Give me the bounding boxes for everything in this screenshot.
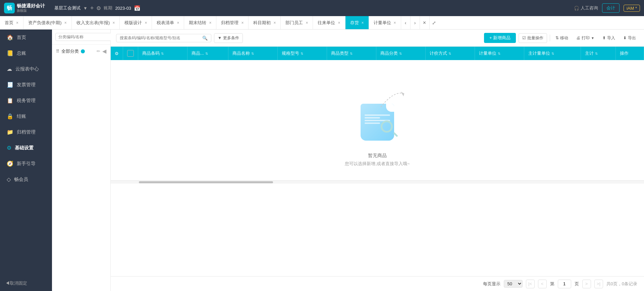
sort-price-icon[interactable]: ⇅ <box>448 52 451 55</box>
page-number-input[interactable] <box>558 280 571 288</box>
th-spec[interactable]: 规格型号 ⇅ <box>278 47 327 60</box>
tab-subject-close[interactable]: × <box>273 20 276 25</box>
scroll-thumb[interactable] <box>139 181 273 183</box>
table-header-row: ⚙ 商品条码 ⇅ <box>111 47 644 60</box>
sidebar-item-guide[interactable]: 🧭 新手引导 <box>0 156 52 172</box>
sidebar-item-checkout[interactable]: 🔒 结账 <box>0 108 52 124</box>
sort-unit-icon[interactable]: ⇅ <box>498 52 500 55</box>
tab-unit[interactable]: 计量单位 × <box>369 16 401 30</box>
more-filter-btn[interactable]: ▼ 更多条件 <box>214 33 243 43</box>
th-main-unit[interactable]: 主计量单位 ⇅ <box>524 47 581 60</box>
tab-contacts-close[interactable]: × <box>338 20 340 25</box>
import-btn[interactable]: ⬆ 导入 <box>600 34 618 43</box>
tab-period-close-x[interactable]: × <box>209 20 211 25</box>
th-main-count[interactable]: 主计 ⇅ <box>581 47 615 60</box>
tab-income[interactable]: 收入支出表(年报) × <box>72 16 120 30</box>
per-page-select[interactable]: 50 100 200 <box>504 280 523 288</box>
human-consult-btn[interactable]: 🎧 人工咨询 <box>574 5 598 11</box>
print-btn[interactable]: 🖨 打印 ▼ <box>574 34 597 43</box>
th-checkbox[interactable] <box>123 47 138 60</box>
main-layout: 🏠 首页 📒 总账 ☁ 云报表中心 🧾 发票管理 📋 税务管理 🔒 结账 📁 归… <box>0 30 644 291</box>
tab-dept-close[interactable]: × <box>306 20 308 25</box>
th-type[interactable]: 商品类型 ⇅ <box>327 47 376 60</box>
th-name[interactable]: 商品名称 ⇅ <box>228 47 278 60</box>
tab-expand-btn[interactable]: ⤢ <box>429 16 439 30</box>
th-price-method-label: 计价方式 <box>430 50 447 56</box>
tab-contacts[interactable]: 往来单位 × <box>313 16 345 30</box>
tab-income-close[interactable]: × <box>112 20 115 25</box>
th-code[interactable]: 商品... ⇅ <box>187 47 228 60</box>
table-horizontal-scrollbar[interactable] <box>111 180 644 184</box>
sort-category-icon[interactable]: ⇅ <box>399 52 402 55</box>
sidebar-item-home[interactable]: 🏠 首页 <box>0 30 52 45</box>
sidebar-item-settings[interactable]: ⚙ 基础设置 <box>0 140 52 156</box>
category-collapse-icon[interactable]: ◀ <box>102 48 106 54</box>
tab-template[interactable]: 模版设计 × <box>120 16 152 30</box>
th-price-method[interactable]: 计价方式 ⇅ <box>426 47 475 60</box>
tab-inventory[interactable]: 存货 × <box>345 16 369 30</box>
period-value[interactable]: 2023-03 <box>115 6 131 11</box>
settings-icon[interactable]: ⚙ <box>96 5 101 11</box>
sidebar-item-member[interactable]: ◇ 畅会员 <box>0 172 52 187</box>
sort-name-icon[interactable]: ⇅ <box>251 52 254 55</box>
tab-next-btn[interactable]: › <box>411 16 420 30</box>
th-barcode[interactable]: 商品条码 ⇅ <box>138 47 187 60</box>
th-unit[interactable]: 计量单位 ⇅ <box>475 47 524 60</box>
tab-balance-close[interactable]: × <box>64 20 67 25</box>
sidebar-item-invoice[interactable]: 🧾 发票管理 <box>0 77 52 93</box>
tab-period-close[interactable]: 期末结转 × <box>184 16 216 30</box>
tab-prev-btn[interactable]: ‹ <box>401 16 411 30</box>
th-category[interactable]: 商品分类 ⇅ <box>376 47 426 60</box>
tab-template-close[interactable]: × <box>145 20 147 25</box>
tab-tax-close[interactable]: × <box>177 20 179 25</box>
select-all-checkbox[interactable] <box>127 50 134 57</box>
tab-period-close-label: 期末结转 <box>189 20 206 26</box>
sort-barcode-icon[interactable]: ⇅ <box>161 52 164 55</box>
sort-main-unit-icon[interactable]: ⇅ <box>551 52 554 55</box>
tab-home[interactable]: 首页 × <box>0 16 23 30</box>
tab-close-all-btn[interactable]: × <box>420 16 429 30</box>
tab-inventory-label: 存货 <box>350 20 359 26</box>
sidebar-item-tax[interactable]: 📋 税务管理 <box>0 93 52 108</box>
sort-spec-icon[interactable]: ⇅ <box>301 52 303 55</box>
tab-tax[interactable]: 税表清单 × <box>152 16 184 30</box>
last-page-btn[interactable]: >| <box>594 280 603 288</box>
tab-balance-sheet[interactable]: 资产负债表(中期) × <box>23 16 72 30</box>
add-workspace-btn[interactable]: + <box>90 5 94 12</box>
category-all-label[interactable]: 全部分类 <box>61 48 79 54</box>
sidebar-collapse-btn[interactable]: ◀取消固定 <box>0 276 52 291</box>
account-button[interactable]: 会计 <box>602 3 620 13</box>
th-setting[interactable]: ⚙ <box>111 47 123 60</box>
prev-page-btn[interactable]: < <box>538 280 547 288</box>
tab-archive-close[interactable]: × <box>241 20 244 25</box>
th-category-label: 商品分类 <box>380 50 398 56</box>
tab-dept[interactable]: 部门员工 × <box>281 16 313 30</box>
sidebar-item-ledger[interactable]: 📒 总账 <box>0 45 52 61</box>
workspace-dropdown-icon[interactable]: ▼ <box>83 6 88 11</box>
category-edit-icon[interactable]: ✏ <box>97 49 100 54</box>
tab-inventory-close[interactable]: × <box>362 20 364 25</box>
add-product-btn[interactable]: + 新增商品 <box>484 33 516 43</box>
sidebar-item-archive[interactable]: 📁 归档管理 <box>0 124 52 140</box>
export-btn[interactable]: ⬇ 导出 <box>621 34 639 43</box>
move-btn[interactable]: ⇅ 移动 <box>553 34 571 43</box>
next-page-btn[interactable]: > <box>582 280 591 288</box>
tab-subject[interactable]: 科目期初 × <box>249 16 281 30</box>
first-page-btn[interactable]: |< <box>526 280 535 288</box>
calendar-icon[interactable]: 📅 <box>134 5 141 11</box>
workspace-name[interactable]: 基层工会测试 <box>54 5 80 11</box>
tab-home-close[interactable]: × <box>16 20 18 25</box>
sidebar-item-cloud-report[interactable]: ☁ 云报表中心 <box>0 61 52 77</box>
app-edition: 旗舰版 <box>17 8 45 13</box>
tab-unit-close[interactable]: × <box>394 20 396 25</box>
iam-badge[interactable]: iAM * <box>624 5 640 12</box>
batch-operation-btn[interactable]: ☑ 批量操作 <box>519 33 547 43</box>
tab-archive[interactable]: 归档管理 × <box>216 16 249 30</box>
sort-type-icon[interactable]: ⇅ <box>350 52 353 55</box>
category-search-input[interactable] <box>55 33 112 41</box>
product-search-input[interactable] <box>120 36 200 40</box>
tab-template-label: 模版设计 <box>124 20 142 26</box>
sort-main-count-icon[interactable]: ⇅ <box>595 52 598 55</box>
sort-code-icon[interactable]: ⇅ <box>205 52 208 55</box>
product-search-icon[interactable]: 🔍 <box>202 36 208 41</box>
